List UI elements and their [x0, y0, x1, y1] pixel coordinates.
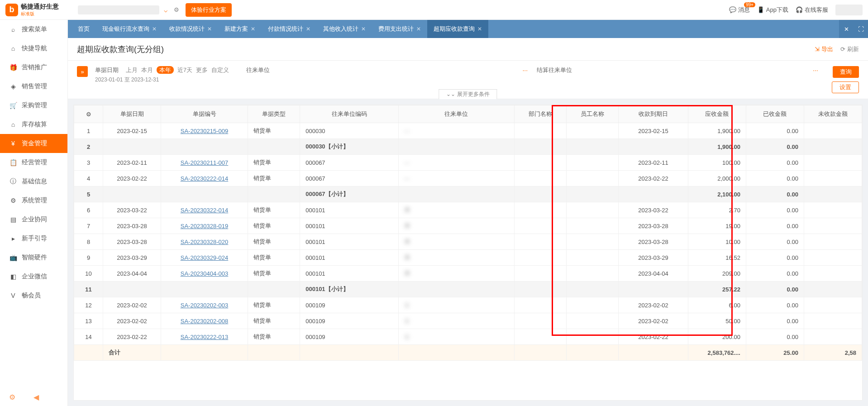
sidebar-item-0[interactable]: ⌕搜索菜单 [0, 20, 67, 39]
sidebar-item-4[interactable]: 🛒采购管理 [0, 96, 67, 115]
sidebar-item-14[interactable]: V畅会员 [0, 286, 67, 305]
table-header-7[interactable]: 员工名称 [567, 105, 619, 123]
tab-close-icon[interactable]: ✕ [416, 26, 421, 32]
customer-filter-label: 往来单位 [246, 66, 270, 74]
tab-0[interactable]: 首页 [72, 20, 96, 38]
sidebar-item-2[interactable]: 🎁营销推广 [0, 58, 67, 77]
sidebar-item-12[interactable]: 📺智能硬件 [0, 248, 67, 267]
expand-filter-button[interactable]: ⌄⌄ 展开更多条件 [439, 89, 497, 99]
sidebar-item-11[interactable]: ▸新手引导 [0, 229, 67, 248]
doc-link[interactable]: SA-20230222-014 [181, 175, 229, 182]
settings-gear-icon[interactable]: ⚙ [9, 393, 15, 401]
table-header-9[interactable]: 应收金额 [688, 105, 746, 123]
table-header-0[interactable]: ⚙ [74, 105, 103, 123]
table-header-11[interactable]: 未收款金额 [804, 105, 862, 123]
sidebar-item-9[interactable]: ⚙系统管理 [0, 191, 67, 210]
date-preset[interactable]: 本月 [141, 67, 153, 73]
page-title: 超期应收款查询(无分组) [77, 44, 164, 55]
smart-icon: 📺 [9, 253, 17, 262]
tab-3[interactable]: 新建方案✕ [218, 20, 262, 38]
export-button[interactable]: ⇲ 导出 [815, 45, 833, 53]
table-header-10[interactable]: 已收金额 [746, 105, 804, 123]
gear-icon[interactable]: ⚙ [172, 5, 181, 15]
collapse-sidebar-icon[interactable]: ◀ [33, 393, 39, 401]
tab-close-icon[interactable]: ✕ [477, 26, 482, 32]
doc-link[interactable]: SA-20230211-007 [181, 159, 229, 166]
sidebar-item-7[interactable]: 📋经营管理 [0, 153, 67, 172]
table-header-3[interactable]: 单据类型 [248, 105, 300, 123]
filter-collapse-toggle[interactable]: » [77, 66, 88, 77]
table-header-8[interactable]: 收款到期日 [619, 105, 688, 123]
chevron-down-icon[interactable]: ⌵ [164, 6, 167, 14]
tab-close-icon[interactable]: ✕ [251, 26, 255, 32]
sidebar-item-8[interactable]: ⓘ基础信息 [0, 172, 67, 191]
date-preset[interactable]: 近7天 [177, 67, 192, 73]
doc-link[interactable]: SA-20230404-003 [181, 270, 229, 277]
export-icon: ⇲ [815, 46, 820, 53]
date-preset[interactable]: 上月 [126, 67, 138, 73]
sidebar-item-5[interactable]: ⌂库存核算 [0, 115, 67, 134]
sidebar-item-label: 基础信息 [22, 177, 47, 186]
experience-industry-button[interactable]: 体验行业方案 [186, 3, 232, 17]
tab-6[interactable]: 费用支出统计✕ [372, 20, 427, 38]
tab-close-icon[interactable]: ✕ [306, 26, 310, 32]
tab-4[interactable]: 付款情况统计✕ [262, 20, 317, 38]
table-row: 5 000067【小计】 2,100.000.00 [74, 186, 862, 202]
table-header-6[interactable]: 部门名称 [514, 105, 566, 123]
doc-link[interactable]: SA-20230322-014 [181, 207, 229, 214]
table-header-5[interactable]: 往来单位 [398, 105, 514, 123]
tab-5[interactable]: 其他收入统计✕ [317, 20, 372, 38]
online-service-link[interactable]: 🎧 在线客服 [796, 6, 828, 14]
headset-icon: 🎧 [796, 6, 803, 13]
sidebar-item-6[interactable]: ¥资金管理 [0, 134, 67, 153]
query-button[interactable]: 查询 [833, 66, 859, 78]
sidebar-item-label: 系统管理 [22, 196, 47, 205]
table-header-2[interactable]: 单据编号 [161, 105, 248, 123]
vip-icon: V [9, 291, 17, 300]
tab-label: 新建方案 [224, 25, 248, 33]
sidebar-item-10[interactable]: ▤企业协同 [0, 210, 67, 229]
table-header-1[interactable]: 单据日期 [103, 105, 161, 123]
tab-label: 现金银行流水查询 [102, 25, 149, 33]
date-preset[interactable]: 本年 [157, 66, 174, 74]
doc-link[interactable]: SA-20230202-008 [181, 318, 229, 325]
date-preset[interactable]: 自定义 [211, 67, 229, 73]
cart-icon: 🛒 [9, 101, 17, 110]
settle-filter-input[interactable]: ··· [576, 67, 818, 74]
doc-link[interactable]: SA-20230202-003 [181, 302, 229, 309]
doc-link[interactable]: SA-20230329-024 [181, 254, 229, 261]
doc-link[interactable]: SA-20230215-009 [181, 128, 229, 134]
table-row: 11 000101【小计】 257.220.00 [74, 282, 862, 297]
date-preset[interactable]: 更多 [196, 67, 208, 73]
sidebar-item-13[interactable]: ◧企业微信 [0, 267, 67, 286]
warehouse-icon: ⌂ [9, 120, 17, 129]
customer-filter-input[interactable]: ··· [273, 67, 528, 74]
tab-7[interactable]: 超期应收款查询✕ [427, 20, 488, 38]
sidebar-item-1[interactable]: ⌂快捷导航 [0, 39, 67, 58]
table-row: 4 2023-02-22 SA-20230222-014 销货单 000067 … [74, 171, 862, 186]
tab-close-icon[interactable]: ✕ [152, 26, 157, 32]
tab-label: 付款情况统计 [268, 25, 303, 33]
doc-link[interactable]: SA-20230222-013 [181, 334, 229, 340]
fullscreen-button[interactable]: ⛶ [854, 20, 868, 38]
customer-more-icon[interactable]: ··· [522, 67, 528, 74]
setup-button[interactable]: 设置 [832, 81, 859, 93]
tab-1[interactable]: 现金银行流水查询✕ [96, 20, 163, 38]
tab-close-icon[interactable]: ✕ [207, 26, 212, 32]
doc-link[interactable]: SA-20230328-019 [181, 223, 229, 229]
refresh-button[interactable]: ⟳ 刷新 [840, 45, 859, 53]
table-header-4[interactable]: 往来单位编码 [300, 105, 399, 123]
sidebar-item-label: 库存核算 [22, 120, 47, 129]
sidebar-item-3[interactable]: ◈销售管理 [0, 77, 67, 96]
app-download-link[interactable]: 📱 App下载 [757, 6, 788, 14]
settle-more-icon[interactable]: ··· [813, 67, 818, 74]
close-all-tabs-button[interactable]: ✕ [839, 20, 854, 38]
messages-link[interactable]: 💬 消息 99+ [729, 6, 750, 14]
avatar-placeholder[interactable] [835, 5, 863, 15]
tab-2[interactable]: 收款情况统计✕ [163, 20, 218, 38]
doc-link[interactable]: SA-20230328-020 [181, 239, 229, 245]
diamond-icon: ◈ [9, 82, 17, 91]
sidebar-item-label: 销售管理 [22, 82, 47, 91]
table-row: 8 2023-03-28 SA-20230328-020 销货单 000101 … [74, 234, 862, 250]
tab-close-icon[interactable]: ✕ [361, 26, 366, 32]
